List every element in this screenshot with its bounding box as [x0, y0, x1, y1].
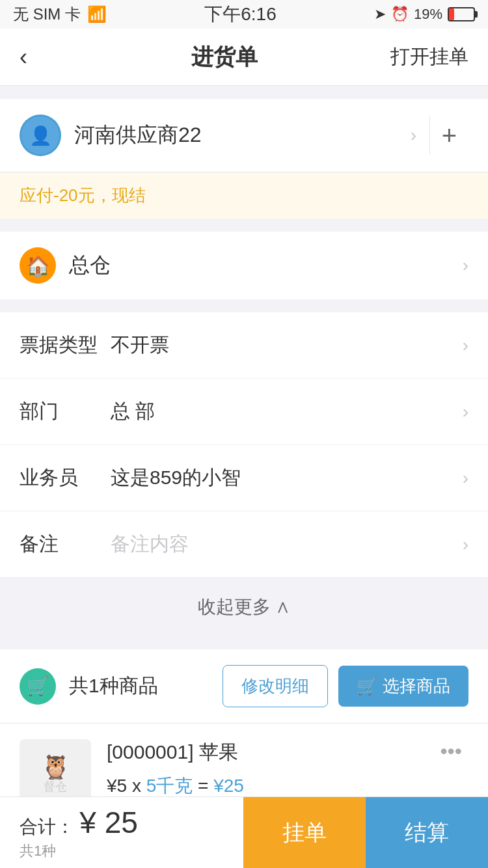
supplier-section: 👤 河南供应商22 › + 应付-20元，现结 [0, 99, 488, 219]
battery-icon [448, 7, 475, 21]
invoice-type-row[interactable]: 票据类型 不开票 › [0, 312, 488, 379]
remark-chevron-icon: › [463, 534, 468, 555]
product-header: 🛒 共1种商品 修改明细 🛒 选择商品 [0, 649, 488, 724]
edit-detail-button[interactable]: 修改明细 [223, 665, 328, 707]
product-code-name: [0000001] 苹果 [107, 741, 238, 763]
total-amount: ¥ 25 [79, 806, 138, 839]
nav-bar: ‹ 进货单 打开挂单 [0, 29, 488, 86]
invoice-type-value: 不开票 [111, 332, 463, 359]
plus-icon: + [442, 121, 457, 150]
owl-logo: 🦉 督仓 [41, 755, 70, 794]
total-section: 合计： ¥ 25 共1种 [0, 805, 243, 861]
select-product-button[interactable]: 🛒 选择商品 [338, 666, 468, 707]
select-icon: 🛒 [357, 676, 377, 696]
product-price-row: ¥5 x 5千克 = ¥25 [107, 774, 433, 798]
supplier-row[interactable]: 👤 河南供应商22 › + [0, 99, 488, 172]
collapse-button[interactable]: 收起更多 ∧ [0, 578, 488, 636]
quantity-highlight: 5千克 [146, 776, 193, 796]
divider-3 [0, 636, 488, 649]
hang-order-button[interactable]: 挂单 [243, 797, 366, 869]
payment-text: 应付-20元，现结 [20, 185, 146, 205]
checkout-button[interactable]: 结算 [366, 797, 488, 869]
status-right: ➤ ⏰ 19% [374, 6, 475, 23]
salesperson-label: 业务员 [20, 465, 111, 491]
warehouse-chevron-icon: › [463, 255, 468, 276]
payment-notice: 应付-20元，现结 [0, 172, 488, 219]
owl-icon: 🦉 [41, 755, 70, 779]
total-label: 合计： [20, 817, 74, 837]
product-count: 共1种商品 [69, 673, 223, 699]
location-icon: ➤ [374, 6, 386, 23]
product-name: [0000001] 苹果 [107, 739, 433, 766]
open-hang-button[interactable]: 打开挂单 [390, 44, 468, 70]
wifi-icon: 📶 [87, 5, 107, 23]
invoice-type-chevron-icon: › [463, 335, 468, 356]
warehouse-row[interactable]: 🏠 总仓 › [0, 232, 488, 299]
price-separator: = [193, 776, 213, 796]
salesperson-value: 这是859的小智 [111, 465, 463, 491]
status-left: 无 SIM 卡 📶 [13, 4, 107, 25]
owl-text: 督仓 [44, 779, 67, 794]
supplier-avatar: 👤 [20, 115, 61, 156]
salesperson-row[interactable]: 业务员 这是859的小智 › [0, 445, 488, 511]
remark-value: 备注内容 [111, 531, 463, 558]
form-section: 票据类型 不开票 › 部门 总 部 › 业务员 这是859的小智 › 备注 备注… [0, 312, 488, 578]
back-button[interactable]: ‹ [20, 44, 59, 71]
remark-row[interactable]: 备注 备注内容 › [0, 511, 488, 578]
department-value: 总 部 [111, 398, 463, 425]
remark-label: 备注 [20, 531, 111, 558]
cart-icon: 🛒 [20, 668, 56, 705]
cart-symbol: 🛒 [27, 675, 49, 697]
supplier-name: 河南供应商22 [74, 121, 411, 150]
select-product-label: 选择商品 [383, 675, 450, 698]
salesperson-chevron-icon: › [463, 468, 468, 489]
warehouse-section: 🏠 总仓 › [0, 232, 488, 299]
alarm-icon: ⏰ [391, 6, 409, 23]
avatar-icon: 👤 [29, 125, 52, 146]
no-sim-label: 无 SIM 卡 [13, 4, 81, 25]
top-divider [0, 86, 488, 99]
price-base: ¥5 x [107, 776, 146, 796]
department-label: 部门 [20, 398, 111, 425]
status-bar: 无 SIM 卡 📶 下午6:16 ➤ ⏰ 19% [0, 0, 488, 29]
divider-1 [0, 219, 488, 232]
total-highlight: ¥25 [213, 776, 244, 796]
invoice-type-label: 票据类型 [20, 332, 111, 359]
product-info: [0000001] 苹果 ¥5 x 5千克 = ¥25 [107, 739, 433, 798]
add-supplier-button[interactable]: + [429, 116, 468, 155]
divider-2 [0, 299, 488, 312]
status-time: 下午6:16 [204, 2, 277, 27]
bottom-bar: 合计： ¥ 25 共1种 挂单 结算 [0, 796, 488, 868]
battery-percent: 19% [414, 6, 442, 23]
total-line: 合计： ¥ 25 [20, 805, 224, 840]
avatar-inner: 👤 [21, 116, 59, 154]
total-count: 共1种 [20, 841, 224, 861]
warehouse-name: 总仓 [69, 251, 463, 280]
warehouse-icon: 🏠 [20, 247, 56, 284]
collapse-label: 收起更多 ∧ [198, 597, 291, 617]
product-more-button[interactable]: ••• [433, 739, 468, 763]
supplier-chevron-icon: › [411, 125, 416, 146]
page-title: 进货单 [191, 42, 258, 72]
department-chevron-icon: › [463, 401, 468, 422]
department-row[interactable]: 部门 总 部 › [0, 379, 488, 445]
